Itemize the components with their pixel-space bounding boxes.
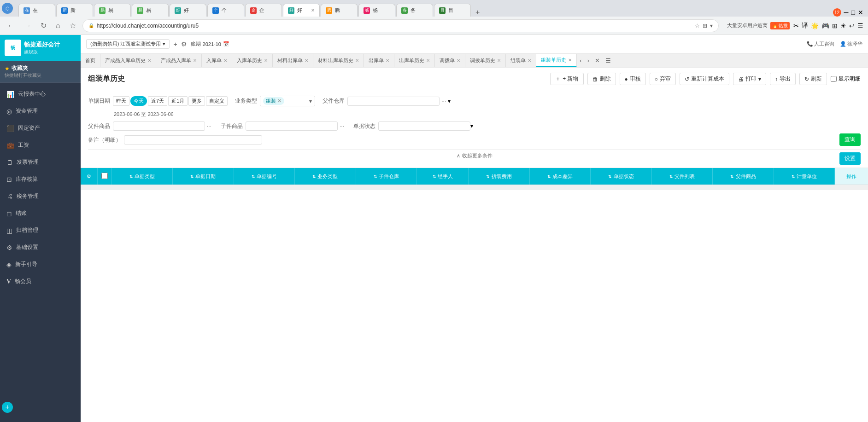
- page-tab-transfer-history[interactable]: 调拨单历史 ✕: [465, 54, 506, 67]
- setting-button[interactable]: 设置: [839, 152, 861, 165]
- undo-icon[interactable]: ↩: [849, 22, 855, 29]
- browser-tab-2[interactable]: 新 新: [56, 4, 93, 17]
- translate-icon[interactable]: 译: [802, 22, 808, 30]
- print-button[interactable]: 🖨 打印 ▾: [733, 73, 766, 85]
- sidebar-item-checkout[interactable]: ◻ 结账: [0, 205, 81, 222]
- abandon-button[interactable]: ○ 弃审: [650, 73, 676, 85]
- th-order-type[interactable]: ⇅ 单据类型: [111, 168, 173, 185]
- browser-tab-3[interactable]: 易 易: [94, 4, 131, 17]
- parent-goods-input[interactable]: [113, 121, 205, 131]
- tab-close-all-button[interactable]: ✕: [592, 55, 603, 66]
- close-window-button[interactable]: ✕: [858, 9, 863, 16]
- tab-next-button[interactable]: ›: [584, 55, 592, 66]
- select-all-checkbox[interactable]: [101, 173, 108, 179]
- new-tab-button[interactable]: +: [472, 8, 483, 17]
- settings-gear-icon[interactable]: ⚙: [181, 40, 187, 48]
- sidebar-item-invoice[interactable]: 🗒 发票管理: [0, 154, 81, 171]
- menu-icon[interactable]: ☰: [857, 22, 863, 29]
- dropdown-icon[interactable]: ▾: [710, 23, 713, 29]
- query-button[interactable]: 查询: [839, 133, 861, 146]
- sidebar-item-fixed-assets[interactable]: ⬛ 固定资产: [0, 120, 81, 137]
- th-checkbox[interactable]: [97, 168, 111, 185]
- game-icon[interactable]: 🎮: [821, 22, 829, 29]
- grid-icon[interactable]: ⊞: [832, 22, 838, 29]
- child-goods-more-icon[interactable]: ···: [338, 123, 346, 129]
- th-order-no[interactable]: ⇅ 单据编号: [234, 168, 295, 185]
- more-options-icon[interactable]: ···: [440, 98, 448, 104]
- tab-close-icon[interactable]: ✕: [386, 58, 389, 63]
- page-tab-in-order[interactable]: 入库单 ✕: [202, 54, 232, 67]
- human-service-link[interactable]: 📞 人工咨询: [807, 40, 834, 47]
- th-order-status[interactable]: ⇅ 单据状态: [591, 168, 652, 185]
- tab-close-icon[interactable]: ✕: [497, 58, 501, 63]
- tab-close-icon[interactable]: ✕: [528, 58, 531, 63]
- page-tab-produce-in-history[interactable]: 产成品入库单历史 ✕: [100, 54, 156, 67]
- show-detail-label[interactable]: 显示明细: [831, 75, 861, 83]
- th-parent-goods[interactable]: ⇅ 父件商品: [713, 168, 774, 185]
- collapse-row[interactable]: ∧ 收起更多条件: [88, 149, 861, 162]
- business-type-input[interactable]: 组装 ✕ ▾: [260, 96, 315, 106]
- tab-close-icon[interactable]: ✕: [223, 58, 227, 63]
- sidebar-item-funds[interactable]: ◎ 资金管理: [0, 103, 81, 120]
- 7days-btn[interactable]: 近7天: [148, 96, 167, 106]
- page-tab-transfer[interactable]: 调拨单 ✕: [435, 54, 465, 67]
- qr-code-icon[interactable]: ⊞: [703, 23, 707, 29]
- tab-close-icon[interactable]: ✕: [193, 58, 197, 63]
- custom-btn[interactable]: 自定义: [206, 96, 228, 106]
- th-parent-list[interactable]: ⇅ 父件列表: [651, 168, 713, 185]
- page-tab-home[interactable]: 首页: [81, 54, 100, 67]
- th-cost-diff[interactable]: ⇅ 成本差异: [529, 168, 591, 185]
- show-detail-checkbox[interactable]: [831, 76, 837, 82]
- sidebar-item-report[interactable]: 📊 云报表中心: [0, 86, 81, 103]
- forward-button[interactable]: →: [21, 21, 34, 31]
- yesterday-btn[interactable]: 昨天: [113, 96, 129, 106]
- page-tab-produce-in[interactable]: 产成品入库单 ✕: [156, 54, 202, 67]
- tab-close-icon[interactable]: ✕: [147, 58, 151, 63]
- th-settings[interactable]: ⚙: [81, 168, 97, 185]
- sidebar-item-basic[interactable]: ⚙ 基础设置: [0, 239, 81, 256]
- tab-close-icon[interactable]: ✕: [311, 8, 315, 13]
- sun-icon[interactable]: ☀: [840, 22, 846, 29]
- browser-tab-1[interactable]: 在 在: [18, 4, 55, 17]
- order-status-input[interactable]: [378, 121, 470, 131]
- bottom-add-button[interactable]: +: [2, 402, 13, 413]
- tab-close-icon[interactable]: ✕: [305, 58, 308, 63]
- page-tab-assemble-history[interactable]: 组装单历史 ✕: [536, 54, 577, 67]
- bookmark-star-icon[interactable]: ☆: [695, 23, 700, 29]
- recalculate-button[interactable]: ↺ 重新计算成本: [680, 73, 729, 85]
- export-button[interactable]: ↑ 导出: [770, 73, 796, 85]
- tag-remove-icon[interactable]: ✕: [277, 98, 282, 104]
- page-tab-assemble[interactable]: 组装单 ✕: [506, 54, 536, 67]
- th-disassemble-cost[interactable]: ⇅ 拆装费用: [469, 168, 530, 185]
- browser-tab-7[interactable]: 企 企: [245, 4, 282, 17]
- tab-close-icon[interactable]: ✕: [426, 58, 430, 63]
- th-child-warehouse[interactable]: ⇅ 子件仓库: [356, 168, 417, 185]
- browser-tab-4[interactable]: 易 易: [132, 4, 169, 17]
- browser-tab-11[interactable]: 各 各: [396, 4, 433, 17]
- browser-tab-10[interactable]: 畅 畅: [358, 4, 395, 17]
- tab-close-icon[interactable]: ✕: [355, 58, 359, 63]
- calendar-icon[interactable]: 📅: [223, 41, 229, 47]
- tab-close-icon[interactable]: ✕: [264, 58, 268, 63]
- tab-menu-button[interactable]: ☰: [603, 55, 614, 66]
- add-company-button[interactable]: +: [173, 40, 177, 48]
- maximize-button[interactable]: □: [851, 9, 855, 16]
- refresh-button[interactable]: ↻ 刷新: [799, 73, 827, 85]
- browser-tab-6[interactable]: 个 个: [207, 4, 244, 17]
- th-business-type[interactable]: ⇅ 业务类型: [295, 168, 356, 185]
- tab-prev-button[interactable]: ‹: [577, 55, 584, 66]
- url-input[interactable]: [97, 23, 692, 29]
- sidebar-item-guide[interactable]: ◈ 新手引导: [0, 256, 81, 273]
- hot-search-badge[interactable]: 🔥 热搜: [770, 22, 790, 29]
- today-btn[interactable]: 今天: [130, 96, 147, 106]
- browser-tab-9[interactable]: 腾 腾: [321, 4, 358, 17]
- scrollbar-area[interactable]: [81, 185, 868, 190]
- sidebar-item-archive[interactable]: ◫ 归档管理: [0, 222, 81, 239]
- sidebar-item-tax[interactable]: 🖨 税务管理: [0, 188, 81, 205]
- audit-button[interactable]: ● 审核: [620, 73, 646, 85]
- bookmark-button[interactable]: ☆: [67, 20, 79, 31]
- order-status-dropdown[interactable]: ▾: [470, 123, 473, 129]
- delete-button[interactable]: 🗑 删除: [587, 73, 616, 85]
- browser-tab-8[interactable]: 好 好 ✕: [283, 4, 320, 17]
- page-tab-out-history[interactable]: 出库单历史 ✕: [394, 54, 435, 67]
